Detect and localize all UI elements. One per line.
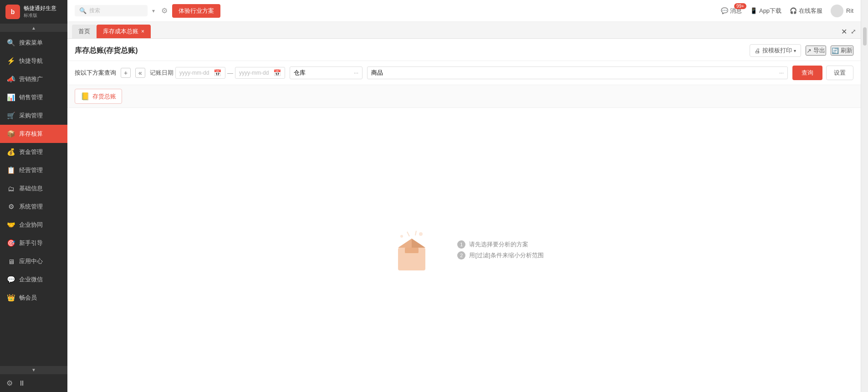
online-service-btn[interactable]: 🎧 在线客服 bbox=[790, 7, 822, 15]
tab-close-icon[interactable]: × bbox=[141, 28, 144, 35]
settings-btn[interactable]: 设置 bbox=[826, 66, 853, 80]
filter-add-btn[interactable]: + bbox=[121, 68, 131, 78]
filter-label: 按以下方案查询 bbox=[75, 69, 116, 77]
calendar-end-icon: 📅 bbox=[273, 69, 281, 76]
content-area: 库存总账(存货总账) 🖨 按模板打印 ▾ ↗ 导出 🔄 刷新 按以下方案查询 bbox=[67, 39, 861, 392]
messages-badge: 99+ bbox=[734, 3, 746, 9]
tab-active-label: 库存成本总账 bbox=[103, 27, 138, 36]
refresh-icon: 🔄 bbox=[832, 47, 839, 54]
sidebar-item-appstore[interactable]: 🖥 应用中心 bbox=[0, 252, 67, 270]
warehouse-label: 仓库 bbox=[294, 69, 306, 77]
sidebar-item-label: 基础信息 bbox=[19, 184, 43, 193]
sidebar-item-operation[interactable]: 📋 经营管理 bbox=[0, 161, 67, 179]
operation-icon: 📋 bbox=[6, 166, 15, 175]
sidebar-item-label: 畅会员 bbox=[19, 294, 37, 302]
headset-icon: 🎧 bbox=[790, 7, 797, 14]
industry-btn[interactable]: 体验行业方案 bbox=[172, 4, 220, 18]
sidebar-item-label: 搜索菜单 bbox=[19, 39, 43, 47]
sidebar-item-guide[interactable]: 🎯 新手引导 bbox=[0, 234, 67, 252]
topbar-gear-icon[interactable]: ⚙ bbox=[161, 6, 168, 15]
empty-illustration bbox=[384, 223, 439, 277]
purchase-icon: 🛒 bbox=[6, 111, 15, 120]
query-btn[interactable]: 查询 bbox=[792, 66, 822, 80]
sidebar-scroll-up[interactable]: ▲ bbox=[0, 24, 67, 32]
sidebar-item-purchase[interactable]: 🛒 采购管理 bbox=[0, 107, 67, 125]
svg-point-7 bbox=[400, 235, 403, 238]
panel-expand-icon[interactable]: ⤢ bbox=[851, 28, 856, 35]
settings-icon[interactable]: ⚙ bbox=[6, 379, 13, 387]
page-header: 库存总账(存货总账) 🖨 按模板打印 ▾ ↗ 导出 🔄 刷新 bbox=[67, 39, 861, 61]
svg-marker-2 bbox=[412, 239, 425, 248]
refresh-label: 刷新 bbox=[841, 46, 853, 55]
topbar-right: 💬 消息 99+ 📱 App下载 🎧 在线客服 Rit bbox=[721, 5, 853, 17]
panel-close-icon[interactable]: ✕ bbox=[841, 27, 847, 36]
app-download-label: App下载 bbox=[759, 7, 781, 15]
tab-inventory-ledger[interactable]: 库存成本总账 × bbox=[97, 25, 151, 38]
svg-line-5 bbox=[415, 231, 416, 235]
date-label: 记账日期 bbox=[150, 69, 174, 77]
app-name: 畅捷通好生意 bbox=[24, 5, 56, 12]
svg-line-4 bbox=[407, 232, 409, 236]
inventory-icon: 📦 bbox=[6, 129, 15, 138]
svg-rect-3 bbox=[405, 248, 419, 253]
date-end-input[interactable]: yyyy-mm-dd 📅 bbox=[235, 67, 285, 79]
print-btn[interactable]: 🖨 按模板打印 ▾ bbox=[750, 44, 801, 57]
date-separator: — bbox=[227, 70, 233, 76]
online-service-label: 在线客服 bbox=[799, 7, 822, 15]
right-panel bbox=[861, 0, 868, 392]
empty-svg bbox=[384, 223, 439, 277]
date-start-input[interactable]: yyyy-mm-dd 📅 bbox=[175, 67, 225, 79]
print-dropdown-icon: ▾ bbox=[794, 48, 796, 53]
warehouse-more-icon: ··· bbox=[354, 70, 358, 76]
tab-home[interactable]: 首页 bbox=[72, 25, 97, 38]
sidebar-item-system[interactable]: ⚙ 系统管理 bbox=[0, 198, 67, 216]
sidebar-footer: ⚙ ⏸ bbox=[0, 374, 67, 392]
member-icon: 👑 bbox=[6, 293, 15, 302]
sidebar-item-label: 企业微信 bbox=[19, 275, 43, 284]
export-btn[interactable]: ↗ 导出 bbox=[806, 46, 826, 56]
schema-selector: 📒 存货总账 bbox=[67, 85, 861, 108]
sidebar-item-label: 采购管理 bbox=[19, 112, 43, 120]
audio-icon[interactable]: ⏸ bbox=[18, 379, 26, 387]
sidebar-item-quick-nav[interactable]: ⚡ 快捷导航 bbox=[0, 52, 67, 70]
sales-icon: 📊 bbox=[6, 93, 15, 102]
filter-collapse-btn[interactable]: « bbox=[135, 68, 145, 78]
step1-num: 1 bbox=[457, 240, 465, 249]
refresh-btn[interactable]: 🔄 刷新 bbox=[831, 46, 853, 56]
topbar-search[interactable]: 🔍 搜索 bbox=[75, 5, 148, 16]
sidebar-item-basic[interactable]: 🗂 基础信息 bbox=[0, 179, 67, 198]
guide-icon: 🎯 bbox=[6, 239, 15, 248]
sidebar-item-marketing[interactable]: 📣 营销推广 bbox=[0, 70, 67, 88]
sidebar-item-label: 库存核算 bbox=[19, 130, 43, 138]
finance-icon: 💰 bbox=[6, 148, 15, 157]
messages-btn[interactable]: 💬 消息 99+ bbox=[721, 7, 742, 15]
sidebar-logo: b 畅捷通好生意 标准版 bbox=[0, 0, 67, 24]
date-start-placeholder: yyyy-mm-dd bbox=[179, 70, 209, 76]
user-area[interactable]: Rit bbox=[831, 5, 853, 17]
svg-point-6 bbox=[419, 232, 423, 236]
schema-item-label: 存货总账 bbox=[92, 92, 116, 101]
export-icon: ↗ bbox=[807, 47, 812, 54]
sidebar-item-sales[interactable]: 📊 销售管理 bbox=[0, 88, 67, 107]
app-download-btn[interactable]: 📱 App下载 bbox=[750, 7, 781, 15]
schema-item-icon: 📒 bbox=[81, 92, 90, 101]
sidebar-item-member[interactable]: 👑 畅会员 bbox=[0, 289, 67, 307]
warehouse-filter[interactable]: 仓库 ··· bbox=[290, 66, 363, 79]
sidebar-item-enterprise[interactable]: 🤝 企业协同 bbox=[0, 216, 67, 234]
sidebar-scroll-down[interactable]: ▼ bbox=[0, 366, 67, 374]
topbar-dropdown-icon[interactable]: ▾ bbox=[152, 8, 155, 14]
system-icon: ⚙ bbox=[6, 202, 15, 211]
hint2-text: 用[过滤]条件来缩小分析范围 bbox=[469, 251, 543, 260]
filter-bar: 按以下方案查询 + « 记账日期 yyyy-mm-dd 📅 — yyyy-mm-… bbox=[67, 61, 861, 85]
sidebar-item-wechat[interactable]: 💬 企业微信 bbox=[0, 270, 67, 289]
sidebar-item-inventory[interactable]: 📦 库存核算 bbox=[0, 125, 67, 143]
sidebar-item-finance[interactable]: 💰 资金管理 bbox=[0, 143, 67, 161]
product-filter[interactable]: 商品 ··· bbox=[367, 66, 788, 79]
app-version: 标准版 bbox=[24, 12, 56, 19]
marketing-icon: 📣 bbox=[6, 75, 15, 84]
scrollbar-thumb[interactable] bbox=[863, 27, 867, 46]
empty-text: 1 请先选择要分析的方案 2 用[过滤]条件来缩小分析范围 bbox=[457, 238, 543, 262]
schema-item-inventory-ledger[interactable]: 📒 存货总账 bbox=[75, 89, 122, 104]
topbar: 🔍 搜索 ▾ ⚙ 体验行业方案 💬 消息 99+ 📱 App下载 🎧 在线客服 … bbox=[67, 0, 861, 22]
sidebar-item-search[interactable]: 🔍 搜索菜单 bbox=[0, 34, 67, 52]
